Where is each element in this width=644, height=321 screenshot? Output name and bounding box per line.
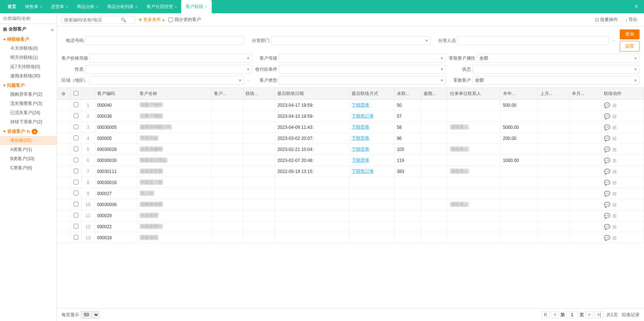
tab-purchase[interactable]: 进货单 × [46, 0, 72, 13]
row-checkbox-4[interactable] [74, 147, 78, 151]
person-input[interactable] [457, 36, 609, 45]
row-checkbox-1[interactable] [74, 113, 78, 118]
lastway-link-3[interactable]: 下销货单 [352, 135, 369, 141]
sidebar-item-class-a[interactable]: A类客户(1) [0, 145, 57, 154]
window-close-button[interactable]: × [632, 3, 641, 10]
col-settings[interactable]: ⚙ [57, 88, 70, 100]
region-dots-icon[interactable]: ··· [246, 78, 252, 83]
action-grid-icon-3[interactable]: ⊞ [612, 135, 617, 141]
action-grid-icon-4[interactable]: ⊞ [612, 147, 617, 152]
tab-product-analysis[interactable]: 商品分析 × [73, 0, 103, 13]
tab-product-list[interactable]: 商品分析列表 × [103, 0, 142, 13]
retail-customer-select[interactable]: 全部 [472, 76, 640, 85]
row-checkbox-8[interactable] [74, 191, 78, 195]
row-checkbox-9[interactable] [74, 202, 78, 207]
tab-sales-close[interactable]: × [40, 4, 42, 9]
region-select[interactable] [89, 76, 244, 85]
query-button[interactable]: 查询 [620, 29, 640, 39]
tab-product-analysis-close[interactable]: × [96, 4, 98, 9]
export-button[interactable]: ↓ 导出 [623, 15, 640, 24]
sidebar-collapse-icon[interactable]: « [51, 27, 54, 32]
lastway-link-4[interactable]: 下销货单 [352, 147, 369, 152]
action-grid-icon-7[interactable]: ⊞ [612, 180, 617, 186]
customer-type-select[interactable] [279, 76, 446, 85]
sidebar-value-title[interactable]: 价值客户 ↻ ● [0, 127, 57, 136]
dept-select[interactable] [271, 36, 430, 45]
sidebar-item-hoard-abnormal[interactable]: 囤购异常客户(2) [0, 90, 57, 99]
row-checkbox-10[interactable] [74, 213, 78, 218]
phone-input[interactable] [85, 36, 244, 45]
action-grid-icon-0[interactable]: ⊞ [612, 102, 617, 108]
action-grid-icon-9[interactable]: ⊞ [612, 202, 617, 208]
action-grid-icon-8[interactable]: ⊞ [612, 191, 617, 197]
tab-customer-mgr[interactable]: 客户分层经营 × [142, 0, 181, 13]
action-chat-icon-1[interactable]: 💬 [604, 113, 610, 119]
action-chat-icon-7[interactable]: 💬 [604, 180, 610, 186]
price-level-select[interactable] [89, 54, 252, 63]
lastway-link-0[interactable]: 下销货单 [352, 102, 369, 107]
action-grid-icon-12[interactable]: ⊞ [612, 235, 617, 241]
action-grid-icon-1[interactable]: ⊞ [612, 113, 617, 119]
value-refresh-icon[interactable]: ↻ [27, 129, 30, 134]
tab-purchase-close[interactable]: × [66, 4, 68, 9]
action-chat-icon-9[interactable]: 💬 [604, 202, 610, 208]
row-checkbox-5[interactable] [74, 158, 78, 162]
action-chat-icon-5[interactable]: 💬 [604, 158, 610, 163]
sidebar-item-churn-warning[interactable]: 流失预警客户(3) [0, 99, 57, 108]
last-page-button[interactable]: >| [595, 311, 603, 318]
action-grid-icon-6[interactable]: ⊞ [612, 169, 617, 174]
action-chat-icon-6[interactable]: 💬 [604, 169, 610, 174]
action-chat-icon-4[interactable]: 💬 [604, 147, 610, 152]
action-chat-icon-8[interactable]: 💬 [604, 191, 610, 197]
sidebar-pending-title[interactable]: 待联络客户 [0, 35, 57, 44]
row-checkbox-6[interactable] [74, 169, 78, 173]
sidebar-item-declining[interactable]: 持续下滑客户(2) [0, 117, 57, 127]
person-dots-icon[interactable]: ··· [610, 38, 617, 43]
row-checkbox-7[interactable] [74, 180, 78, 184]
retail-attr-select[interactable]: 全部 [477, 54, 640, 63]
first-page-button[interactable]: K [542, 311, 550, 318]
my-customers-checkbox[interactable] [168, 17, 173, 22]
sidebar-item-tomorrow[interactable]: 明天待联络(1) [0, 53, 57, 62]
reset-button[interactable]: 设置 [620, 41, 640, 52]
row-checkbox-11[interactable] [74, 224, 78, 229]
lastway-link-5[interactable]: 下销货单 [352, 158, 369, 163]
action-grid-icon-2[interactable]: ⊞ [612, 124, 617, 130]
tab-customer-mgr-close[interactable]: × [175, 4, 177, 9]
row-checkbox-12[interactable] [74, 235, 78, 240]
sidebar-item-overdue[interactable]: 逾期未联络(30) [0, 71, 57, 81]
action-grid-icon-5[interactable]: ⊞ [612, 158, 617, 163]
tab-sales[interactable]: 销售单 × [21, 0, 46, 13]
sidebar-item-class-c[interactable]: C类客户(6) [0, 163, 57, 173]
filter-search-input[interactable] [64, 17, 119, 22]
status-select[interactable] [472, 65, 640, 74]
lastway-link-6[interactable]: 下销售订单 [352, 169, 374, 174]
sidebar-item-today[interactable]: 今天待联络(0) [0, 44, 57, 53]
filter-more-conditions[interactable]: ▼ 更多条件 ▲ [138, 17, 165, 23]
lastway-link-2[interactable]: 下销货单 [352, 124, 369, 130]
action-chat-icon-10[interactable]: 💬 [604, 213, 610, 219]
filter-search-icon[interactable]: 🔍 [121, 17, 126, 22]
page-size-select[interactable]: 50 100 200 [81, 311, 99, 319]
row-checkbox-2[interactable] [74, 124, 78, 129]
action-chat-icon-3[interactable]: 💬 [604, 135, 610, 141]
next-page-button[interactable]: > [585, 311, 593, 318]
sidebar-item-7days[interactable]: 近7天待联络(0) [0, 62, 57, 71]
select-all-checkbox[interactable] [74, 91, 78, 96]
sidebar-item-unclassified[interactable]: 未分组(32) [0, 136, 57, 145]
tab-customer-contact-close[interactable]: × [205, 4, 207, 9]
tab-product-list-close[interactable]: × [135, 4, 137, 9]
action-chat-icon-0[interactable]: 💬 [604, 102, 610, 108]
action-grid-icon-10[interactable]: ⊞ [612, 213, 617, 219]
sidebar-item-churned[interactable]: 已流失客户(24) [0, 108, 57, 117]
action-chat-icon-2[interactable]: 💬 [604, 124, 610, 130]
sidebar-problem-title[interactable]: 问题客户 [0, 81, 57, 90]
prev-page-button[interactable]: < [551, 311, 559, 318]
payment-select[interactable] [279, 65, 446, 74]
batch-op-button[interactable]: ☑ 批量操作 [593, 15, 620, 24]
customer-level-select[interactable] [279, 54, 446, 63]
nature-select[interactable] [85, 65, 252, 74]
sidebar-search-input[interactable] [3, 16, 57, 21]
action-grid-icon-11[interactable]: ⊞ [612, 224, 617, 230]
action-chat-icon-12[interactable]: 💬 [604, 235, 610, 241]
